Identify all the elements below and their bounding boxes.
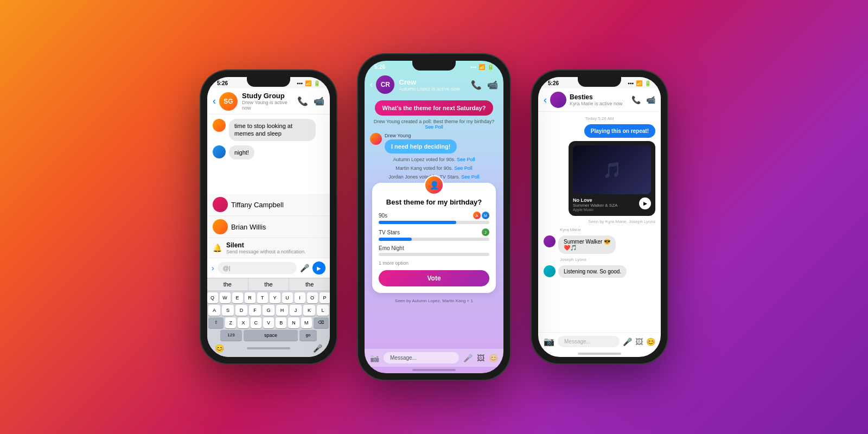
- see-poll-link-1[interactable]: See Poll: [425, 124, 443, 130]
- key-delete[interactable]: ⌫: [314, 317, 329, 328]
- camera-button-right[interactable]: 📷: [544, 336, 554, 347]
- key-l[interactable]: L: [317, 305, 329, 316]
- phone-icon-right[interactable]: 📞: [631, 95, 641, 104]
- silent-row[interactable]: 🔔 Silent Send message without a notifica…: [207, 238, 330, 258]
- key-123[interactable]: 123: [220, 330, 242, 341]
- key-e[interactable]: E: [232, 292, 243, 303]
- voice-button-left[interactable]: 🎤: [300, 264, 309, 272]
- sender-label-kyra: Kyra Marie: [560, 227, 655, 232]
- poll-seen-text: Seen by Autumn Lopez, Martin Kang + 1: [370, 298, 498, 303]
- key-w[interactable]: W: [220, 292, 231, 303]
- gallery-icon-right[interactable]: 🖼: [635, 337, 643, 346]
- key-z[interactable]: Z: [225, 317, 236, 328]
- phone-right: 5:26 ▪▪▪ 📶 🔋 ‹ Besties Kyra Marie is act…: [532, 71, 667, 363]
- at-symbol: @|: [223, 265, 231, 271]
- status-icons-center: ▪▪▪ 📶 🔋: [470, 64, 494, 70]
- key-g[interactable]: G: [263, 305, 275, 316]
- back-button-center[interactable]: ‹: [370, 80, 373, 90]
- key-a[interactable]: A: [208, 305, 220, 316]
- message-input-center[interactable]: Message...: [384, 352, 459, 363]
- key-t[interactable]: T: [257, 292, 268, 303]
- crew-msg-drew: Drew Young I need help deciding!: [370, 133, 498, 154]
- phone-icon-left[interactable]: 📞: [297, 96, 308, 106]
- poll-bar-fill-90s: [379, 221, 456, 224]
- home-indicator-right: [578, 353, 621, 355]
- key-r[interactable]: R: [245, 292, 256, 303]
- camera-icon-center[interactable]: 📷: [370, 354, 379, 362]
- emoji-icon-center[interactable]: 😊: [489, 354, 498, 362]
- key-q[interactable]: Q: [207, 292, 218, 303]
- key-y[interactable]: Y: [270, 292, 280, 303]
- emoji-icon-right[interactable]: 😊: [646, 337, 655, 346]
- key-row-4: 123 space go: [208, 330, 329, 341]
- music-title: No Love: [573, 197, 617, 203]
- message-input-left[interactable]: @|: [218, 262, 297, 274]
- notch-right: [578, 77, 621, 87]
- key-k[interactable]: K: [303, 305, 315, 316]
- suggestion-1[interactable]: the: [207, 278, 248, 290]
- expand-icon-left[interactable]: ›: [212, 264, 214, 272]
- key-d[interactable]: D: [235, 305, 247, 316]
- poll-bar-bg-emonight: [379, 253, 489, 256]
- mention-row-brian[interactable]: Brian Willis: [207, 216, 330, 238]
- joseph-bubble: Listening now. So good.: [558, 265, 627, 278]
- video-icon-right[interactable]: 📹: [646, 95, 655, 104]
- key-v[interactable]: V: [263, 317, 274, 328]
- key-row-1: Q W E R T Y U I O P: [208, 292, 329, 303]
- mic-icon-center[interactable]: 🎤: [463, 354, 473, 362]
- video-icon-center[interactable]: 📹: [487, 80, 498, 90]
- key-p[interactable]: P: [320, 292, 330, 303]
- screen-left: 5:26 ▪▪▪ 📶 🔋 ‹ SG Study Group Drew Young…: [207, 77, 330, 357]
- poll-option-emonight: Emo Night: [379, 245, 489, 256]
- key-m[interactable]: M: [301, 317, 312, 328]
- phone-icon-center[interactable]: 📞: [471, 80, 482, 90]
- signal-icon-center: ▪▪▪: [470, 64, 476, 70]
- send-button-left[interactable]: ▶: [312, 261, 326, 275]
- mention-row-tiffany[interactable]: Tiffany Campbell: [207, 194, 330, 216]
- message-input-right[interactable]: Message...: [558, 336, 620, 347]
- video-icon-left[interactable]: 📹: [314, 96, 324, 106]
- suggestion-2[interactable]: the: [248, 278, 290, 290]
- key-b[interactable]: B: [276, 317, 286, 328]
- suggestion-3[interactable]: the: [289, 278, 330, 290]
- emoji-key[interactable]: 😊: [215, 344, 224, 353]
- key-space[interactable]: space: [244, 330, 298, 341]
- status-icons-right: ▪▪▪ 📶 🔋: [628, 80, 651, 86]
- key-go[interactable]: go: [299, 330, 317, 341]
- drew-bubble: I need help deciding!: [385, 139, 457, 154]
- key-j[interactable]: J: [290, 305, 302, 316]
- autumn-vote: Autumn Lopez voted for 90s. See Poll: [370, 157, 498, 162]
- see-poll-link-2[interactable]: See Poll: [457, 157, 475, 162]
- back-button-right[interactable]: ‹: [544, 94, 547, 106]
- mic-key[interactable]: 🎤: [313, 344, 322, 353]
- back-button-left[interactable]: ‹: [213, 95, 216, 107]
- chat-header-left: ‹ SG Study Group Drew Young is active no…: [207, 88, 330, 114]
- screen-center: 5:26 ▪▪▪ 📶 🔋 ‹ CR Crew Autumn Lopez is a…: [365, 61, 503, 373]
- key-u[interactable]: U: [282, 292, 293, 303]
- key-f[interactable]: F: [249, 305, 261, 316]
- play-button[interactable]: ▶: [639, 197, 651, 209]
- music-card[interactable]: 🎵 No Love Summer Walker & SZA Apple Musi…: [569, 141, 655, 216]
- key-c[interactable]: C: [251, 317, 261, 328]
- key-h[interactable]: H: [276, 305, 288, 316]
- input-bar-left: › @| 🎤 ▶: [207, 258, 330, 278]
- gallery-icon-center[interactable]: 🖼: [477, 354, 484, 362]
- mic-icon-right[interactable]: 🎤: [623, 337, 632, 346]
- key-o[interactable]: O: [307, 292, 318, 303]
- poll-option-label-emonight: Emo Night: [379, 245, 489, 251]
- key-n[interactable]: N: [288, 317, 299, 328]
- key-s[interactable]: S: [222, 305, 234, 316]
- silent-info: Silent Send message without a notificati…: [226, 241, 306, 254]
- group-name-left: Study Group: [242, 92, 297, 100]
- see-poll-link-3[interactable]: See Poll: [454, 165, 473, 171]
- music-artist: Summer Walker & SZA: [573, 203, 617, 208]
- key-x[interactable]: X: [238, 317, 248, 328]
- notch-left: [247, 77, 290, 87]
- key-i[interactable]: I: [295, 292, 305, 303]
- martin-vote: Martin Kang voted for 90s. See Poll: [370, 165, 498, 171]
- key-shift[interactable]: ⇧: [208, 317, 224, 328]
- vote-button[interactable]: Vote: [379, 270, 489, 286]
- key-row-2: A S D F G H J K L: [208, 305, 329, 316]
- see-poll-link-4[interactable]: See Poll: [461, 174, 480, 180]
- chat-header-center: ‹ CR Crew Autumn Lopez is active now 📞 📹: [365, 72, 503, 97]
